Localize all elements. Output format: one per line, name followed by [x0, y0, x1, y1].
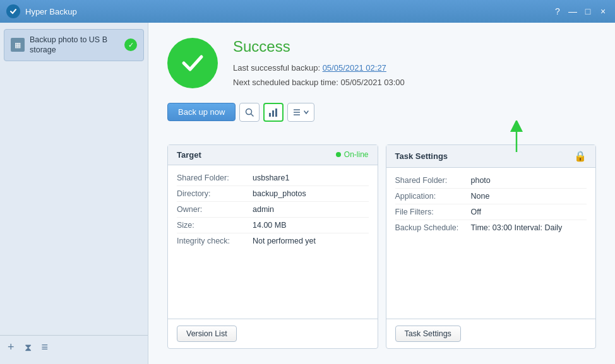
row-label: Owner: [177, 205, 253, 214]
row-label: Shared Folder: [177, 173, 253, 182]
task-table-footer: Task Settings [386, 319, 596, 348]
window-controls: ? — □ × [552, 6, 609, 17]
target-table: Target On-line Shared Folder: usbshare1 … [167, 144, 378, 349]
last-backup-text: Last successful backup: 05/05/2021 02:27 [233, 61, 596, 75]
row-value: Not performed yet [253, 237, 316, 245]
online-dot [336, 152, 341, 157]
task-table-body: Shared Folder: photo Application: None F… [386, 168, 596, 319]
search-button[interactable] [239, 103, 260, 122]
help-button[interactable]: ? [552, 6, 563, 17]
table-row: Backup Schedule: Time: 03:00 Interval: D… [395, 220, 587, 235]
task-table-header: Task Settings 🔒 [386, 145, 596, 168]
minimize-button[interactable]: — [567, 6, 578, 17]
row-value: admin [253, 205, 274, 214]
table-row: File Filters: Off [395, 204, 587, 220]
version-list-button[interactable]: Version List [177, 326, 237, 342]
action-bar: Back up now [167, 103, 596, 122]
table-row: Directory: backup_photos [177, 186, 369, 202]
next-backup-prefix: Next scheduled backup time: [233, 78, 341, 87]
sidebar: ▦ Backup photo to US B storage ✓ + ⧗ ≡ [0, 23, 148, 364]
row-label: Shared Folder: [395, 176, 471, 185]
sidebar-item-status-badge: ✓ [124, 38, 137, 51]
back-up-now-button[interactable]: Back up now [167, 103, 236, 121]
app-icon [6, 4, 20, 18]
table-row: Size: 14.00 MB [177, 218, 369, 233]
row-label: Backup Schedule: [395, 223, 471, 232]
table-row: Application: None [395, 189, 587, 204]
svg-rect-4 [272, 110, 274, 117]
restore-button[interactable]: ⧗ [25, 342, 32, 353]
sidebar-item-backup-photo[interactable]: ▦ Backup photo to US B storage ✓ [4, 29, 144, 61]
task-settings-table: Task Settings 🔒 Shared Folder: photo App… [386, 144, 597, 349]
menu-dropdown-button[interactable] [287, 103, 314, 122]
main-container: ▦ Backup photo to US B storage ✓ + ⧗ ≡ S… [0, 23, 615, 364]
row-label: Size: [177, 221, 253, 230]
online-label: On-line [344, 150, 369, 159]
task-settings-button[interactable]: Task Settings [395, 326, 461, 342]
sidebar-footer: + ⧗ ≡ [0, 335, 148, 359]
table-row: Owner: admin [177, 202, 369, 218]
success-icon [167, 38, 218, 88]
row-label: File Filters: [395, 208, 471, 216]
table-row: Shared Folder: photo [395, 173, 587, 189]
svg-line-2 [251, 114, 254, 116]
close-button[interactable]: × [597, 6, 609, 17]
success-header: Success Last successful backup: 05/05/20… [167, 38, 596, 90]
window-title: Hyper Backup [25, 7, 77, 16]
row-value: 14.00 MB [253, 221, 287, 230]
tables-row: Target On-line Shared Folder: usbshare1 … [167, 144, 596, 349]
online-status: On-line [336, 150, 369, 159]
sidebar-item-label: Backup photo to US B storage [30, 35, 119, 56]
last-backup-prefix: Last successful backup: [233, 63, 323, 73]
row-value: backup_photos [253, 189, 306, 198]
success-title: Success [233, 38, 596, 56]
title-bar-left: Hyper Backup [6, 4, 77, 18]
next-backup-time: 05/05/2021 03:00 [341, 78, 405, 87]
row-value: Time: 03:00 Interval: Daily [471, 223, 563, 232]
row-label: Application: [395, 192, 471, 201]
success-info: Success Last successful backup: 05/05/20… [233, 38, 596, 90]
task-header-label: Task Settings [395, 151, 448, 161]
target-table-footer: Version List [168, 319, 378, 348]
svg-rect-5 [275, 109, 277, 117]
row-value: Off [471, 208, 481, 216]
maximize-button[interactable]: □ [582, 6, 594, 17]
content-area: Success Last successful backup: 05/05/20… [148, 23, 615, 364]
svg-rect-3 [269, 113, 271, 117]
target-table-body: Shared Folder: usbshare1 Directory: back… [168, 165, 378, 319]
target-table-header: Target On-line [168, 145, 378, 165]
row-label: Integrity check: [177, 237, 253, 245]
row-label: Directory: [177, 189, 253, 198]
row-value: None [471, 192, 490, 201]
table-row: Shared Folder: usbshare1 [177, 170, 369, 186]
backup-item-icon: ▦ [11, 38, 25, 52]
target-header-label: Target [177, 150, 201, 160]
title-bar: Hyper Backup ? — □ × [0, 0, 615, 23]
arrow-annotation [507, 120, 526, 152]
row-value: usbshare1 [253, 173, 289, 182]
row-value: photo [471, 176, 491, 185]
log-button[interactable]: ≡ [42, 341, 49, 354]
table-row: Integrity check: Not performed yet [177, 233, 369, 249]
lock-icon: 🔒 [574, 150, 587, 162]
add-task-button[interactable]: + [8, 341, 15, 354]
next-backup-text: Next scheduled backup time: 05/05/2021 0… [233, 75, 596, 90]
last-backup-time[interactable]: 05/05/2021 02:27 [323, 63, 386, 73]
stats-button[interactable] [263, 103, 284, 122]
